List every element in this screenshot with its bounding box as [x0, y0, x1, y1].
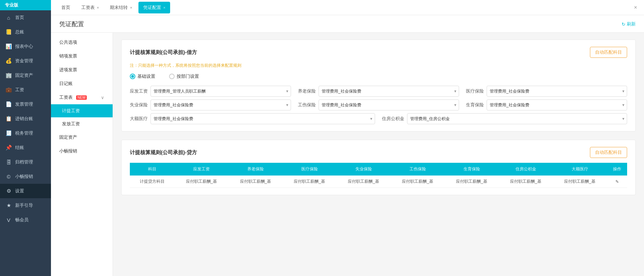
sidebar-item-label: 发票管理: [15, 101, 33, 107]
select-wrapper-yanglao[interactable]: 管理费用_社会保险费: [319, 86, 459, 97]
sidebar-item-label: 资金管理: [15, 58, 33, 64]
select-wrapper-shengyu[interactable]: 管理费用_社会保险费: [487, 99, 627, 110]
tab-payroll-label: 工资表: [81, 4, 95, 11]
cell-yanglao: 应付职工薪酬_基: [228, 176, 282, 188]
settings-icon: ⚙: [6, 188, 12, 194]
left-menu-input-invoice[interactable]: 进项发票: [51, 63, 113, 77]
cell-subject: 计提贷方科目: [130, 176, 174, 188]
sales-icon: 📋: [6, 116, 12, 122]
sidebar-item-label: 工资: [15, 87, 24, 93]
sidebar-item-label: 总账: [15, 29, 24, 35]
debit-form-grid-row3: 大额医疗 管理费用_社会保险费 住房公积金 管理费用_住房公积金: [130, 113, 627, 124]
left-menu-calc-salary[interactable]: 计提工资: [51, 104, 113, 117]
sidebar-item-label: 设置: [15, 188, 24, 194]
main-content: 计提核算规则(公司承担)-借方 自动匹配科目 注：只能选择一种方式，系统将按照您…: [113, 33, 644, 276]
select-zhufang[interactable]: 管理费用_住房公积金: [407, 113, 627, 124]
th-yanglao: 养老保险: [228, 163, 282, 176]
th-shengyu: 生育保险: [445, 163, 499, 176]
radio-basic[interactable]: 基础设置: [130, 73, 155, 79]
left-menu-public-options[interactable]: 公共选项: [51, 35, 113, 49]
select-shiye[interactable]: 管理费用_社会保险费: [150, 99, 291, 110]
sidebar-item-vip[interactable]: V 畅会员: [0, 213, 51, 227]
sidebar-item-fixed-assets[interactable]: 🏢 固定资产: [0, 68, 51, 83]
label-yingfa: 应发工资: [130, 88, 148, 94]
tab-voucher-config-close[interactable]: ×: [163, 6, 165, 10]
tab-period-close-close[interactable]: ×: [130, 6, 132, 10]
select-yiliao[interactable]: 管理费用_社会保险费: [487, 86, 627, 97]
select-wrapper-dale[interactable]: 管理费用_社会保险费: [150, 113, 375, 124]
left-menu: 公共选项 销项发票 进项发票 日记账 工资表 NEW ∨ 计提工资 发放工资: [51, 33, 113, 276]
sidebar-item-archive[interactable]: 🗄 归档管理: [0, 155, 51, 169]
label-shengyu: 生育保险: [466, 102, 484, 108]
sidebar-item-tax[interactable]: 🧾 税务管理: [0, 126, 51, 140]
select-wrapper-zhufang[interactable]: 管理费用_住房公积金: [407, 113, 627, 124]
sidebar-item-sales-ledger[interactable]: 📋 进销台账: [0, 112, 51, 126]
archive-icon: 🗄: [6, 159, 12, 165]
left-menu-journal[interactable]: 日记账: [51, 77, 113, 91]
tab-period-close[interactable]: 期末结转 ×: [105, 2, 137, 13]
th-subject: 科目: [130, 163, 174, 176]
select-dale[interactable]: 管理费用_社会保险费: [150, 113, 375, 124]
sidebar-item-label: 税务管理: [15, 130, 33, 136]
credit-section-header: 计提核算规则(公司承担)-贷方 自动匹配科目: [130, 147, 627, 158]
th-dale: 大额医疗: [553, 163, 607, 176]
select-wrapper-gongshang[interactable]: 管理费用_社会保险费: [319, 99, 459, 110]
guide-icon: ★: [6, 202, 12, 209]
cell-action[interactable]: ✎: [607, 176, 627, 188]
debit-section-header: 计提核算规则(公司承担)-借方 自动匹配科目: [130, 47, 627, 58]
tab-period-close-label: 期末结转: [110, 4, 128, 11]
select-wrapper-yingfa[interactable]: 管理费用_管理人员职工薪酬: [150, 86, 291, 97]
left-menu-pay-salary[interactable]: 发放工资: [51, 117, 113, 130]
new-badge: NEW: [76, 95, 87, 100]
tab-voucher-config[interactable]: 凭证配置 ×: [138, 2, 170, 13]
cell-dale: 应付职工薪酬_基: [553, 176, 607, 188]
left-menu-payroll-table[interactable]: 工资表 NEW ∨: [51, 91, 113, 104]
left-menu-cancel-invoice[interactable]: 销项发票: [51, 49, 113, 63]
auto-match-credit-button[interactable]: 自动匹配科目: [590, 147, 627, 158]
sidebar-item-settings[interactable]: ⚙ 设置: [0, 184, 51, 198]
refresh-icon: ↻: [622, 22, 625, 27]
form-item-yanglao: 养老保险 管理费用_社会保险费: [298, 86, 459, 97]
app-logo: 专业版: [0, 0, 51, 10]
sidebar-item-invoice-mgmt[interactable]: 📄 发票管理: [0, 97, 51, 112]
close-all-button[interactable]: ×: [633, 3, 638, 12]
th-yiliao: 医疗保险: [282, 163, 336, 176]
radio-department[interactable]: 按部门设置: [169, 73, 199, 79]
expand-icon: ∨: [101, 95, 104, 100]
sidebar-item-label: 首页: [15, 14, 24, 21]
sidebar-item-ledger[interactable]: 📒 总账: [0, 25, 51, 39]
th-yingfa: 应发工资: [174, 163, 228, 176]
sidebar-item-close[interactable]: 📌 结账: [0, 140, 51, 155]
left-menu-fixed-assets[interactable]: 固定资产: [51, 130, 113, 144]
debit-form-grid-row1: 应发工资 管理费用_管理人员职工薪酬 养老保险 管理费用_社会保险费: [130, 86, 627, 97]
report-icon: 📊: [6, 43, 12, 50]
select-wrapper-shiye[interactable]: 管理费用_社会保险费: [150, 99, 291, 110]
tab-payroll[interactable]: 工资表 ×: [76, 2, 104, 13]
sidebar-item-guide[interactable]: ★ 新手引导: [0, 198, 51, 213]
sidebar-item-salary[interactable]: 💼 工资: [0, 83, 51, 97]
select-shengyu[interactable]: 管理费用_社会保险费: [487, 99, 627, 110]
main-area: 首页 工资表 × 期末结转 × 凭证配置 × × 凭证配置 ↻ 刷新 公共选项: [51, 0, 644, 276]
left-menu-xiaochang-expense[interactable]: 小畅报销: [51, 144, 113, 158]
top-nav: 首页 工资表 × 期末结转 × 凭证配置 × ×: [51, 0, 644, 15]
radio-group: 基础设置 按部门设置: [130, 73, 627, 79]
select-yingfa[interactable]: 管理费用_管理人员职工薪酬: [150, 86, 291, 97]
sidebar-item-xiaochang-report[interactable]: © 小畅报销: [0, 169, 51, 184]
tab-payroll-close[interactable]: ×: [97, 6, 99, 10]
sidebar-item-home[interactable]: ⌂ 首页: [0, 10, 51, 25]
ledger-icon: 📒: [6, 29, 12, 35]
select-yanglao[interactable]: 管理费用_社会保险费: [319, 86, 459, 97]
cell-yiliao: 应付职工薪酬_基: [282, 176, 336, 188]
refresh-button[interactable]: ↻ 刷新: [622, 21, 636, 27]
sidebar-item-fund[interactable]: 💰 资金管理: [0, 54, 51, 68]
label-yanglao: 养老保险: [298, 88, 316, 94]
sidebar-item-report[interactable]: 📊 报表中心: [0, 39, 51, 54]
content-area: 公共选项 销项发票 进项发票 日记账 工资表 NEW ∨ 计提工资 发放工资: [51, 33, 644, 276]
form-item-gongshang: 工伤保险 管理费用_社会保险费: [298, 99, 459, 110]
tab-home[interactable]: 首页: [56, 2, 75, 13]
select-gongshang[interactable]: 管理费用_社会保险费: [319, 99, 459, 110]
debit-form-grid-row2: 失业保险 管理费用_社会保险费 工伤保险 管理费用_社会保险费: [130, 99, 627, 110]
auto-match-debit-button[interactable]: 自动匹配科目: [590, 47, 627, 58]
select-wrapper-yiliao[interactable]: 管理费用_社会保险费: [487, 86, 627, 97]
th-gongshang: 工伤保险: [391, 163, 445, 176]
